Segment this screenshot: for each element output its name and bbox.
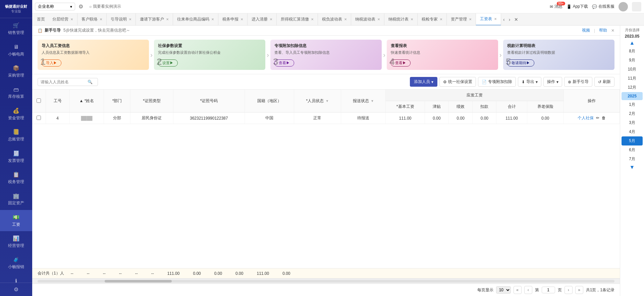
tab-nav-left[interactable]: ‹ [501,17,507,22]
page-prev-button[interactable]: ‹ [524,286,532,294]
tab-税务申报[interactable]: 税务申报✕ [218,13,248,26]
per-page-select[interactable]: 10 20 50 [496,286,511,294]
message-button[interactable]: ✉ 消息 99+ [550,4,562,9]
th-checkbox [32,90,46,113]
tab-close-icon[interactable]: ✕ [440,17,442,21]
refresh-button[interactable]: ↺ 刷新 [594,77,614,87]
tab-close-icon[interactable]: ✕ [211,17,214,21]
guide-help[interactable]: 帮助 [599,28,607,33]
month-next-button[interactable]: ▼ [629,164,636,171]
tab-工资表[interactable]: 工资表✕ [476,13,501,26]
tab-close-icon[interactable]: ✕ [494,17,497,21]
page-last-button[interactable]: » [575,286,583,294]
export-button[interactable]: ⬇ 导出 ▾ [518,77,541,87]
month-item-8月[interactable]: 8月 [620,47,644,56]
addon-deduction-button[interactable]: 📄 专项附加扣除 [478,77,516,87]
sidebar-item-经营管理[interactable]: 📊 经营管理 [0,231,32,252]
sidebar-settings[interactable]: ⚙ [0,283,32,296]
search-input[interactable] [41,80,88,84]
sidebar-item-小畅报销[interactable]: 🧳 小畅报销 [0,253,32,274]
main-content: 企业名称 ▾ ⚙ 我要看实例演示 ✉ 消息 99+ 📱 App下载 💬 在线客服 [32,0,644,296]
settings-icon[interactable]: ⚙ [77,2,85,11]
demo-button[interactable]: 我要看实例演示 [87,2,124,11]
tab-close-icon[interactable]: ✕ [377,17,380,21]
sidebar-item-小畅电商[interactable]: 🖥 小畅电商 [0,40,32,61]
add-person-label: 添加人员 [414,79,430,85]
month-item-11月[interactable]: 11月 [620,74,644,83]
tab-close-icon[interactable]: ✕ [100,17,102,21]
app-download-button[interactable]: 📱 App下载 [567,4,588,9]
select-all-checkbox[interactable] [37,98,41,103]
sidebar-item-库存核算[interactable]: 🗃 库存核算 [0,82,32,103]
tab-资产管理[interactable]: 资产管理✕ [447,13,476,26]
tab-分层经营[interactable]: 分层经营✕ [48,13,77,26]
guide-close[interactable]: ✕ [611,28,614,33]
tab-税检专家[interactable]: 税检专家✕ [418,13,447,26]
tab-nav-right[interactable]: › [507,17,513,22]
tab-close-icon[interactable]: ✕ [240,17,243,21]
tab-close-icon[interactable]: ✕ [129,17,131,21]
search-icon[interactable]: 🔍 [88,80,93,84]
month-item-3月[interactable]: 3月 [620,118,644,127]
tab-close-icon[interactable]: ✕ [344,17,347,21]
personal-insurance-link[interactable]: 个人社保 [578,116,594,120]
month-item-7月[interactable]: 7月 [620,155,644,164]
tab-引导说明[interactable]: 引导说明✕ [107,13,136,26]
month-item-6月[interactable]: 6月 [620,145,644,155]
tab-close-icon[interactable]: ✕ [311,17,314,21]
delete-icon[interactable]: 🗑 [602,116,606,120]
sidebar-item-税务管理[interactable]: 📋 税务管理 [0,167,32,188]
tab-邀请下游客户[interactable]: 邀请下游客户✕ [136,13,173,26]
row-checkbox[interactable] [37,116,41,120]
sidebar-item-采购管理[interactable]: 📦 采购管理 [0,61,32,82]
sidebar-item-基础信息[interactable]: ℹ 基础信息 [0,274,32,283]
tab-所得税汇算清缴[interactable]: 所得税汇算清缴✕ [277,13,318,26]
month-prev-button[interactable]: ▲ [629,39,636,47]
page-first-button[interactable]: « [514,286,522,294]
month-item-5月[interactable]: 5月 [622,136,643,145]
tab-进入清册[interactable]: 进入清册✕ [248,13,277,26]
page-next-button[interactable]: › [565,286,573,294]
close-all-tabs-button[interactable]: ✕ [512,17,520,22]
tab-纳税波动表[interactable]: 纳税波动表✕ [351,13,384,26]
online-service-button[interactable]: 💬 在线客服 [592,4,614,9]
guide-video[interactable]: 视频 [582,28,590,33]
user-menu[interactable] [632,2,641,11]
tab-税负波动表[interactable]: 税负波动表✕ [318,13,351,26]
sidebar-item-工资[interactable]: 💵 工资 [0,210,32,231]
tab-home[interactable]: 首页 [34,13,48,26]
social-security-setting-button[interactable]: ⚙ 统一社保设置 [439,77,476,87]
export-label: 导出 [526,79,534,85]
tab-label: 分层经营 [52,16,68,22]
month-item-2月[interactable]: 2月 [620,109,644,118]
sidebar-item-销售管理[interactable]: 🛒 销售管理 [0,18,32,39]
month-item-10月[interactable]: 10月 [620,65,644,74]
newbie-guide-button[interactable]: ⊕ 新手引导 [564,77,592,87]
sidebar-item-总账管理[interactable]: 📒 总账管理 [0,125,32,146]
month-item-9月[interactable]: 9月 [620,56,644,65]
action-button[interactable]: 操作 ▾ [543,77,562,87]
row-checkbox-cell [32,113,46,124]
sidebar-item-资金管理[interactable]: 💰 资金管理 [0,103,32,125]
page: 📋 新手引导 5步快速完成设置，快去完善信息吧～ 视频 | 帮助 ✕ 导入员工资… [32,26,620,296]
tab-close-icon[interactable]: ✕ [166,17,169,21]
add-person-button[interactable]: 添加人员 ▾ [410,77,437,87]
tab-close-icon[interactable]: ✕ [469,17,472,21]
tab-close-icon[interactable]: ✕ [411,17,413,21]
edit-icon[interactable]: ✏ [596,116,599,120]
sidebar-item-发票管理[interactable]: 🧾 发票管理 [0,146,32,167]
user-avatar[interactable] [619,2,628,11]
scroll-thumb[interactable] [105,280,172,283]
tab-close-icon[interactable]: ✕ [270,17,272,21]
month-item-12月[interactable]: 12月 [620,83,644,92]
month-item-1月[interactable]: 1月 [620,100,644,109]
tab-客户联络[interactable]: 客户联络✕ [77,13,107,26]
tab-纳税统计表[interactable]: 纳税统计表✕ [384,13,418,26]
sidebar-item-固定资产[interactable]: 🏢 固定资产 [0,189,32,210]
company-selector[interactable]: 企业名称 ▾ [35,3,75,10]
month-item-4月[interactable]: 4月 [620,127,644,136]
page-input[interactable] [542,287,555,293]
tab-往来单位商品编码[interactable]: 往来单位商品编码✕ [173,13,218,26]
tab-close-icon[interactable]: ✕ [70,17,73,21]
step-btn-4[interactable]: 敬请期待▶ [507,59,534,67]
